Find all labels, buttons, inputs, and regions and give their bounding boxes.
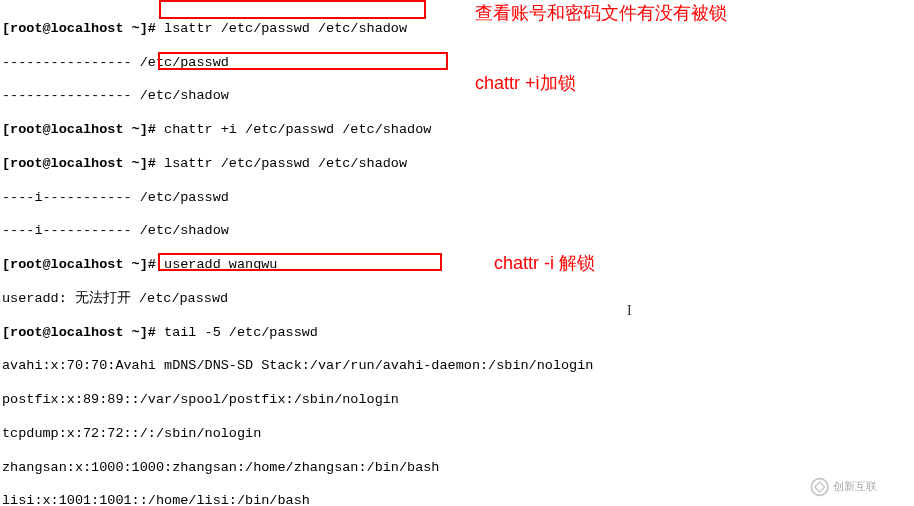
output-line: tcpdump:x:72:72::/:/sbin/nologin	[2, 426, 912, 443]
watermark-logo: 创新互联	[808, 474, 908, 500]
text-cursor-icon: I	[627, 302, 632, 320]
command-text: lsattr /etc/passwd /etc/shadow	[164, 21, 407, 36]
terminal-area[interactable]: [root@localhost ~]# lsattr /etc/passwd /…	[0, 0, 914, 506]
output-line: ---------------- /etc/passwd	[2, 55, 912, 72]
command-text: chattr +i /etc/passwd /etc/shadow	[164, 122, 431, 137]
output-line: ---------------- /etc/shadow	[2, 88, 912, 105]
annotation-add-lock: chattr +i加锁	[475, 72, 576, 95]
command-text: useradd wangwu	[164, 257, 277, 272]
prompt: [root@localhost ~]#	[2, 325, 164, 340]
prompt: [root@localhost ~]#	[2, 257, 164, 272]
output-line: ----i----------- /etc/shadow	[2, 223, 912, 240]
output-line: ----i----------- /etc/passwd	[2, 190, 912, 207]
output-line: postfix:x:89:89::/var/spool/postfix:/sbi…	[2, 392, 912, 409]
output-line: lisi:x:1001:1001::/home/lisi:/bin/bash	[2, 493, 912, 506]
prompt: [root@localhost ~]#	[2, 156, 164, 171]
output-line: useradd: 无法打开 /etc/passwd	[2, 291, 912, 308]
output-line: avahi:x:70:70:Avahi mDNS/DNS-SD Stack:/v…	[2, 358, 912, 375]
prompt: [root@localhost ~]#	[2, 21, 164, 36]
command-text: tail -5 /etc/passwd	[164, 325, 318, 340]
prompt: [root@localhost ~]#	[2, 122, 164, 137]
annotation-unlock: chattr -i 解锁	[494, 252, 595, 275]
annotation-check-lock: 查看账号和密码文件有没有被锁	[475, 2, 727, 25]
output-line: zhangsan:x:1000:1000:zhangsan:/home/zhan…	[2, 460, 912, 477]
svg-text:创新互联: 创新互联	[833, 480, 877, 492]
command-text: lsattr /etc/passwd /etc/shadow	[164, 156, 407, 171]
